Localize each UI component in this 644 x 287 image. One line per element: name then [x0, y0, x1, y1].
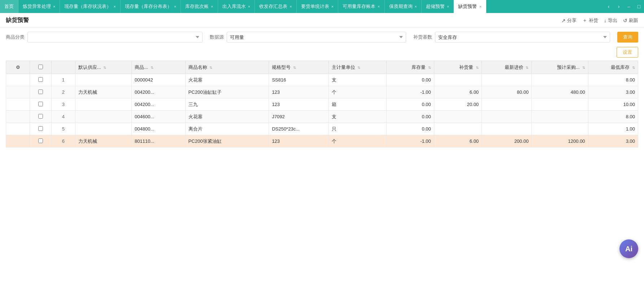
cell-code: 004200... [132, 98, 186, 111]
cell-supplier [75, 111, 131, 123]
tab-next-btn[interactable]: › [614, 0, 624, 13]
share-icon: ↗ [561, 18, 566, 23]
cell-price [482, 74, 532, 86]
cell-purchase: 480.00 [532, 86, 588, 98]
tab-close-shortage-warning[interactable]: × [479, 4, 481, 9]
tab-item-shortage-warning[interactable]: 缺货预警× [454, 0, 486, 13]
cell-price [482, 123, 532, 135]
tab-item-collect-summary[interactable]: 收发存汇总表× [255, 0, 296, 13]
cell-unit: 个 [328, 86, 386, 98]
cell-unit: 支 [328, 111, 386, 123]
export-action[interactable]: ↓导出 [604, 17, 617, 24]
tab-close-overstock-warning[interactable]: × [447, 4, 449, 9]
cell-num: 3 [51, 98, 75, 111]
settings-button[interactable]: 设置 [617, 47, 638, 58]
gear-icon: ⚙ [16, 65, 20, 70]
col-header-minstock[interactable]: 最低库存 ⇅ [588, 61, 638, 74]
row-checkbox-4[interactable] [38, 126, 43, 131]
row-checkbox-1[interactable] [38, 89, 43, 94]
filter-select-category[interactable] [27, 32, 203, 43]
cell-settings [6, 98, 30, 111]
tab-close-in-out-flow[interactable]: × [248, 4, 250, 9]
cell-purchase [532, 111, 588, 123]
col-header-replenish[interactable]: 补货量 ⇅ [434, 61, 482, 74]
tab-close-inventory-status[interactable]: × [113, 4, 116, 9]
filter-select-datasource[interactable]: 可用量库存量 [227, 32, 406, 43]
tab-item-order-stats[interactable]: 要货单统计表× [297, 0, 338, 13]
col-header-settings[interactable]: ⚙ [6, 61, 30, 74]
filter-label-category: 商品分类 [6, 34, 25, 40]
col-header-name[interactable]: 商品名称 ⇅ [185, 61, 269, 74]
tab-close-expiry-query[interactable]: × [415, 4, 417, 9]
col-header-supplier[interactable]: 默认供应... ⇅ [75, 61, 131, 74]
share-action[interactable]: ↗分享 [561, 17, 576, 24]
cell-price: 200.00 [482, 135, 532, 147]
cell-replenish [434, 123, 482, 135]
tab-close-batch-account[interactable]: × [211, 4, 213, 9]
tab-prev-btn[interactable]: ‹ [604, 0, 614, 13]
sort-icon-purchase: ⇅ [582, 66, 585, 70]
tab-item-abnormal[interactable]: 炼货异常处理× [18, 0, 60, 13]
header-actions: ↗分享＋补货↓导出↺刷新 [561, 17, 638, 24]
ai-assistant-button[interactable]: Ai [619, 239, 638, 258]
export-icon: ↓ [604, 18, 606, 23]
sort-icon-unit: ⇅ [357, 66, 360, 70]
cell-settings [6, 123, 30, 135]
row-checkbox-5[interactable] [38, 138, 43, 143]
row-checkbox-3[interactable] [38, 114, 43, 119]
tab-item-batch-account[interactable]: 库存批次账× [181, 0, 218, 13]
col-label-supplier: 默认供应... [78, 65, 101, 70]
sort-icon-minstock: ⇅ [632, 66, 635, 70]
select-all-checkbox[interactable] [38, 65, 43, 69]
tab-item-available-ledger[interactable]: 可用量库存账本× [338, 0, 384, 13]
cell-spec: SS816 [269, 74, 328, 86]
cell-replenish [434, 111, 482, 123]
tab-item-inventory-dist[interactable]: 现存量（库存分布表）× [121, 0, 181, 13]
tab-item-home[interactable]: 首页 [0, 0, 18, 13]
table-row: 3004200...三九123箱0.0020.0010.00 [6, 98, 638, 111]
col-header-unit[interactable]: 主计量单位 ⇅ [328, 61, 386, 74]
col-header-price[interactable]: 最新进价 ⇅ [482, 61, 532, 74]
cell-purchase: 1200.00 [532, 135, 588, 147]
cell-supplier [75, 123, 131, 135]
cell-num: 4 [51, 111, 75, 123]
tab-maximize-btn[interactable]: □ [634, 0, 644, 13]
tab-close-available-ledger[interactable]: × [378, 4, 380, 9]
cell-stock: 0.00 [386, 111, 434, 123]
filter-select-replenish[interactable]: 安全库存最低库存 [435, 32, 610, 43]
cell-minstock: 3.00 [588, 86, 638, 98]
row-checkbox-2[interactable] [38, 102, 43, 106]
tab-close-order-stats[interactable]: × [331, 4, 334, 9]
tab-item-inventory-status[interactable]: 现存量（库存状况表）× [60, 0, 120, 13]
table-row: 4004600...火花塞J7092支0.008.00 [6, 111, 638, 123]
tab-close-inventory-dist[interactable]: × [174, 4, 176, 9]
cell-supplier [75, 98, 131, 111]
cell-num: 1 [51, 74, 75, 86]
row-checkbox-0[interactable] [38, 77, 43, 82]
cell-check [30, 74, 52, 86]
col-header-code[interactable]: 商品... ⇅ [132, 61, 186, 74]
cell-code: 801110... [132, 135, 186, 147]
cell-price: 80.00 [482, 86, 532, 98]
query-button[interactable]: 查询 [617, 32, 638, 43]
tab-item-in-out-flow[interactable]: 出入库流水× [218, 0, 255, 13]
cell-replenish: 6.00 [434, 135, 482, 147]
col-header-check[interactable] [30, 61, 52, 74]
cell-stock: 0.00 [386, 98, 434, 111]
col-header-stock[interactable]: 库存量 ⇅ [386, 61, 434, 74]
tab-minimize-btn[interactable]: – [624, 0, 634, 13]
tab-item-expiry-query[interactable]: 保质期查询× [385, 0, 422, 13]
cell-supplier: 力天机械 [75, 135, 131, 147]
col-header-purchase[interactable]: 预计采购... ⇅ [532, 61, 588, 74]
tab-item-overstock-warning[interactable]: 超储预警× [422, 0, 454, 13]
refresh-action[interactable]: ↺刷新 [623, 17, 638, 24]
tab-close-collect-summary[interactable]: × [290, 4, 292, 9]
cell-code: 004600... [132, 111, 186, 123]
tab-close-abnormal[interactable]: × [53, 4, 55, 9]
col-header-spec[interactable]: 规格型号 ⇅ [269, 61, 328, 74]
replenish-action[interactable]: ＋补货 [582, 17, 598, 24]
cell-code: 004200... [132, 86, 186, 98]
cell-unit: 支 [328, 74, 386, 86]
table-row: 10000042火花塞SS816支0.008.00 [6, 74, 638, 86]
sort-icon-name: ⇅ [209, 66, 212, 70]
